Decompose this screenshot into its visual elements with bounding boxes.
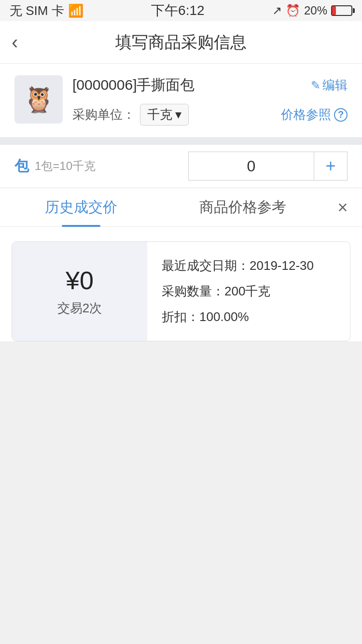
quantity-unit-hint: 1包=10千克 bbox=[35, 158, 188, 174]
tab-history-label: 历史成交价 bbox=[45, 197, 117, 217]
product-title: 手撕面包 bbox=[137, 77, 195, 93]
tabs-header: 历史成交价 商品价格参考 × bbox=[0, 188, 362, 227]
edit-label: 编辑 bbox=[322, 77, 348, 94]
history-trade-count: 交易2次 bbox=[57, 300, 102, 317]
sim-label: 无 SIM 卡 bbox=[10, 2, 64, 19]
recent-date-row: 最近成交日期：2019-12-30 bbox=[162, 256, 335, 275]
status-bar: 无 SIM 卡 📶 下午6:12 ↗ ⏰ 20% bbox=[0, 0, 362, 21]
page-title: 填写商品采购信息 bbox=[115, 31, 247, 54]
quantity-display[interactable]: 0 bbox=[188, 152, 314, 181]
tabs-container: 历史成交价 商品价格参考 × ¥0 交易2次 最近成交日期：2019-12-30… bbox=[0, 188, 362, 341]
unit-selector[interactable]: 千克 ▾ bbox=[140, 104, 189, 126]
tab-product-price-ref[interactable]: 商品价格参考 bbox=[162, 188, 323, 227]
alarm-icon: ⏰ bbox=[286, 4, 300, 17]
price-ref-label: 价格参照 bbox=[281, 106, 331, 123]
status-right: ↗ ⏰ 20% bbox=[272, 4, 352, 17]
history-card: ¥0 交易2次 最近成交日期：2019-12-30 采购数量：200千克 折扣：… bbox=[12, 241, 350, 341]
tab-product-price-label: 商品价格参考 bbox=[199, 197, 286, 217]
product-card: 🦉 [0000006]手撕面包 ✎ 编辑 采购单位： 千克 ▾ bbox=[0, 64, 362, 137]
discount-row: 折扣：100.00% bbox=[162, 308, 335, 326]
back-button[interactable]: ‹ bbox=[12, 31, 18, 53]
price-ref-help-icon: ? bbox=[334, 108, 348, 122]
edit-button[interactable]: ✎ 编辑 bbox=[311, 77, 348, 94]
nav-bar: ‹ 填写商品采购信息 bbox=[0, 21, 362, 64]
product-top-row: 🦉 [0000006]手撕面包 ✎ 编辑 采购单位： 千克 ▾ bbox=[14, 75, 348, 126]
purchase-unit-row: 采购单位： 千克 ▾ 价格参照 ? bbox=[72, 104, 348, 126]
section-divider bbox=[0, 137, 362, 145]
status-time: 下午6:12 bbox=[151, 1, 205, 20]
history-card-right: 最近成交日期：2019-12-30 采购数量：200千克 折扣：100.00% bbox=[147, 242, 350, 341]
discount-value: 100.00% bbox=[199, 309, 249, 324]
quantity-unit-label: 包 bbox=[14, 156, 29, 176]
price-ref-button[interactable]: 价格参照 ? bbox=[281, 106, 348, 123]
purchase-qty-value: 200千克 bbox=[224, 284, 270, 298]
battery-percent: 20% bbox=[304, 4, 327, 17]
history-card-left: ¥0 交易2次 bbox=[12, 242, 147, 341]
unit-value: 千克 bbox=[147, 106, 172, 123]
recent-date-value: 2019-12-30 bbox=[250, 258, 314, 273]
product-id: [0000006] bbox=[72, 77, 137, 93]
tabs-close-button[interactable]: × bbox=[323, 197, 362, 218]
battery-icon bbox=[331, 5, 352, 16]
product-logo-icon: 🦉 bbox=[23, 85, 55, 114]
content-body bbox=[0, 356, 362, 644]
purchase-unit-label: 采购单位： bbox=[72, 106, 135, 123]
recent-date-label: 最近成交日期： bbox=[162, 258, 250, 273]
discount-label: 折扣： bbox=[162, 309, 199, 324]
location-icon: ↗ bbox=[272, 4, 282, 17]
tab-active-underline bbox=[62, 225, 100, 227]
product-name: [0000006]手撕面包 bbox=[72, 75, 195, 95]
quantity-plus-button[interactable]: + bbox=[314, 152, 348, 181]
purchase-qty-label: 采购数量： bbox=[162, 284, 224, 298]
quantity-input-area: 0 + bbox=[188, 152, 348, 181]
product-thumbnail: 🦉 bbox=[14, 75, 63, 124]
unit-chevron-icon: ▾ bbox=[175, 107, 181, 122]
status-left: 无 SIM 卡 📶 bbox=[10, 2, 84, 19]
wifi-icon: 📶 bbox=[68, 3, 84, 18]
product-name-row: [0000006]手撕面包 ✎ 编辑 bbox=[72, 75, 348, 95]
tab-history-price[interactable]: 历史成交价 bbox=[0, 188, 162, 227]
history-price-value: ¥0 bbox=[66, 266, 94, 295]
product-info: [0000006]手撕面包 ✎ 编辑 采购单位： 千克 ▾ 价格参照 ? bbox=[72, 75, 348, 126]
purchase-qty-row: 采购数量：200千克 bbox=[162, 282, 335, 301]
edit-icon: ✎ bbox=[311, 79, 320, 92]
quantity-row: 包 1包=10千克 0 + bbox=[0, 145, 362, 187]
